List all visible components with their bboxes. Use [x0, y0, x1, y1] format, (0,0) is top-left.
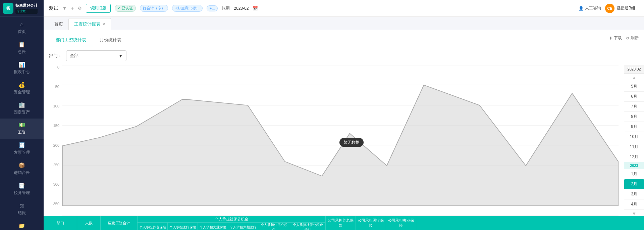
avatar: CE	[605, 4, 614, 13]
tab-home[interactable]: 首页	[49, 18, 68, 30]
calendar-icon[interactable]: 📅	[253, 6, 258, 11]
sales-icon: 📦	[18, 162, 25, 169]
user-profile[interactable]: CE 轻捷通B组...	[605, 4, 639, 13]
month-2023-item[interactable]: 4月	[624, 199, 644, 210]
month-2023-item[interactable]: 3月	[624, 189, 644, 199]
dept-select[interactable]: 全部 ▼	[66, 50, 126, 61]
footer-col-right: 公司承担医疗保险	[356, 216, 386, 230]
refresh-button[interactable]: ↻ 刷新	[626, 35, 639, 41]
salary-icon: 💵	[18, 122, 25, 128]
switch-old-version-button[interactable]: 切到旧版	[86, 4, 111, 13]
sidebar: 畅 畅康通好会计 专业版 ⌂首页📋总账📊报表中心💰资金管理🏢固定资产💵工资🧾发票…	[0, 0, 44, 230]
sidebar-nav: ⌂首页📋总账📊报表中心💰资金管理🏢固定资产💵工资🧾发票管理📦进销台账📑税务管理⚖…	[0, 17, 44, 230]
sidebar-item-tax[interactable]: 📑税务管理	[0, 179, 44, 199]
topbar-settings-icon[interactable]: ⚙	[78, 6, 82, 11]
sidebar-item-settlement[interactable]: ⚖结账	[0, 199, 44, 219]
footer-col: 应发工资合计	[101, 216, 138, 230]
footer-group-header: 个人承担社保公积金	[138, 216, 325, 223]
chart-svg	[62, 65, 619, 206]
sidebar-item-sales[interactable]: 📦进销台账	[0, 159, 44, 179]
sub-tab-month[interactable]: 月份统计表	[93, 34, 128, 46]
tax-icon: 📑	[18, 182, 25, 189]
funds-icon: 💰	[18, 82, 25, 88]
toolbar-row: 部门： 全部 ▼	[44, 46, 644, 65]
invoice-icon: 🧾	[18, 142, 25, 148]
tag-certified: ✓ 已认证	[115, 5, 136, 12]
month-2023-item[interactable]: 2月	[624, 179, 644, 189]
footer-group-cell: 个人承担住房公积金	[258, 223, 290, 230]
month-item[interactable]: 6月	[624, 92, 644, 102]
tag-good-accounting: 好会计（专）	[140, 5, 168, 12]
month-item[interactable]: 11月	[624, 142, 644, 152]
page-content: 部门工资统计表 月份统计表 ⬇ 下载 ↻ 刷新 部门：	[44, 30, 644, 230]
topbar-dropdown-icon[interactable]: ▼	[62, 6, 67, 11]
y-axis-label: 250	[49, 163, 61, 167]
topbar: 测试 ▼ + ⚙ 切到旧版 ✓ 已认证 好会计（专） +好生意（标） +... …	[44, 0, 644, 17]
main-content: 测试 ▼ + ⚙ 切到旧版 ✓ 已认证 好会计（专） +好生意（标） +... …	[44, 0, 644, 230]
month-item[interactable]: 10月	[624, 132, 644, 142]
chart-canvas: 350300250200150100500	[49, 65, 619, 216]
ai-icon: 👤	[579, 6, 584, 11]
user-name: 轻捷通B组...	[616, 5, 639, 11]
tab-close-icon[interactable]: ✕	[102, 22, 105, 27]
dept-label: 部门：	[49, 53, 62, 59]
refresh-icon: ↻	[626, 36, 629, 41]
period-label: 账期	[222, 5, 230, 11]
month-item[interactable]: 8月	[624, 112, 644, 122]
y-axis: 350300250200150100500	[49, 65, 61, 206]
assets-icon: 🏢	[18, 102, 25, 108]
month-item[interactable]: 9月	[624, 122, 644, 132]
archive-icon: 📁	[18, 223, 25, 229]
sidebar-item-ledger[interactable]: 📋总账	[0, 38, 44, 58]
chart-fill	[62, 85, 619, 206]
month-item[interactable]: 5月	[624, 82, 644, 92]
footer-col: 部门	[44, 216, 77, 230]
footer-group-cell: 个人承担失业保险	[198, 223, 228, 230]
footer-group-cell: 个人承担医疗保险	[168, 223, 198, 230]
sub-tab-dept[interactable]: 部门工资统计表	[49, 34, 93, 46]
topbar-add-icon[interactable]: +	[71, 5, 74, 11]
sidebar-item-report[interactable]: 📊报表中心	[0, 58, 44, 78]
sidebar-item-funds[interactable]: 💰资金管理	[0, 78, 44, 98]
sidebar-item-home[interactable]: ⌂首页	[0, 18, 44, 38]
tag-more: +...	[207, 5, 218, 11]
footer-group-cell: 个人承担社保公积金合计	[290, 223, 325, 230]
y-axis-label: 0	[49, 65, 61, 69]
sidebar-logo: 畅 畅康通好会计 专业版	[0, 0, 44, 17]
chevron-down-icon: ▼	[118, 53, 123, 58]
download-button[interactable]: ⬇ 下载	[609, 35, 622, 41]
y-axis-label: 200	[49, 143, 61, 147]
tag-good-business: +好生意（标）	[172, 5, 202, 12]
chart-area: 350300250200150100500	[44, 65, 624, 216]
nav-up-button[interactable]: ▲	[631, 74, 638, 82]
footer-col-right: 公司承担养老保险	[326, 216, 356, 230]
settlement-icon: ⚖	[19, 202, 24, 209]
tab-salary-report[interactable]: 工资统计报表 ✕	[68, 18, 111, 30]
year-label: 2023.02	[624, 65, 644, 74]
sidebar-item-archive[interactable]: 📁归档管理	[0, 219, 44, 230]
y-axis-label: 350	[49, 202, 61, 206]
y-axis-label: 100	[49, 104, 61, 108]
month-2023-item[interactable]: 1月	[624, 169, 644, 179]
month-item[interactable]: 7月	[624, 102, 644, 112]
year-2023-label: 2023	[624, 162, 644, 169]
right-panel: 2023.02 ▲ 5月6月7月8月9月10月11月12月 2023 1月2月3…	[624, 65, 644, 216]
footer-group-cell: 个人承担养老保险	[138, 223, 168, 230]
topbar-actions: 👤 人工咨询 CE 轻捷通B组...	[579, 4, 639, 13]
sidebar-item-invoice[interactable]: 🧾发票管理	[0, 139, 44, 159]
sidebar-item-assets[interactable]: 🏢固定资产	[0, 98, 44, 119]
topbar-title: 测试	[49, 5, 58, 11]
footer-table-header: 部门人数应发工资合计个人承担社保公积金个人承担养老保险个人承担医疗保险个人承担失…	[44, 216, 644, 230]
nav-down-button[interactable]: ▼	[631, 210, 638, 216]
footer-col: 人数	[77, 216, 101, 230]
chart-svg-container: 暂无数据	[62, 65, 619, 206]
download-icon: ⬇	[609, 36, 612, 41]
footer-col-group: 个人承担社保公积金个人承担养老保险个人承担医疗保险个人承担失业保险个人承担大额医…	[138, 216, 326, 230]
ai-service-button[interactable]: 👤 人工咨询	[579, 5, 601, 11]
home-icon: ⌂	[20, 21, 23, 28]
y-axis-label: 300	[49, 182, 61, 186]
sidebar-item-salary[interactable]: 💵工资	[0, 119, 44, 139]
logo-text: 畅康通好会计 专业版	[15, 3, 38, 14]
tab-bar: 首页 工资统计报表 ✕	[44, 17, 644, 30]
month-item[interactable]: 12月	[624, 152, 644, 162]
